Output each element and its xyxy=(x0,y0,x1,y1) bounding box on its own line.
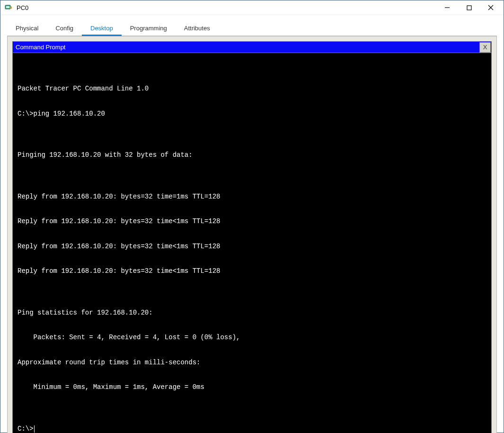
titlebar: PC0 xyxy=(0,0,504,15)
command-prompt-title: Command Prompt xyxy=(16,44,479,51)
maximize-button[interactable] xyxy=(458,0,480,15)
svg-rect-3 xyxy=(467,6,471,10)
tab-config[interactable]: Config xyxy=(47,22,82,36)
terminal-line: Packet Tracer PC Command Line 1.0 xyxy=(18,85,486,93)
terminal-prompt-line: C:\> xyxy=(18,425,486,433)
window-controls xyxy=(436,0,502,15)
tab-physical[interactable]: Physical xyxy=(7,22,47,36)
tab-attributes[interactable]: Attributes xyxy=(176,22,219,36)
terminal[interactable]: Packet Tracer PC Command Line 1.0 C:\>pi… xyxy=(12,53,492,433)
terminal-line: Minimum = 0ms, Maximum = 1ms, Average = … xyxy=(18,383,486,392)
terminal-line: Approximate round trip times in milli-se… xyxy=(18,359,486,367)
tab-desktop[interactable]: Desktop xyxy=(82,22,122,36)
terminal-line: C:\>ping 192.168.10.20 xyxy=(18,110,486,118)
terminal-line: Pinging 192.168.10.20 with 32 bytes of d… xyxy=(18,151,486,160)
terminal-line: Reply from 192.168.10.20: bytes=32 time<… xyxy=(18,243,486,251)
terminal-prompt: C:\> xyxy=(18,425,34,433)
command-prompt-close-button[interactable]: X xyxy=(479,42,491,53)
tab-programming[interactable]: Programming xyxy=(122,22,176,36)
command-prompt-titlebar: Command Prompt X xyxy=(12,41,492,53)
body-area: Physical Config Desktop Programming Attr… xyxy=(0,15,504,433)
tab-bar: Physical Config Desktop Programming Attr… xyxy=(7,22,497,36)
window-title: PC0 xyxy=(17,4,436,11)
terminal-line: Packets: Sent = 4, Received = 4, Lost = … xyxy=(18,334,486,342)
pc-icon xyxy=(4,3,13,12)
app-window: PC0 Physical Config Desktop Programming … xyxy=(0,0,504,433)
terminal-line: Reply from 192.168.10.20: bytes=32 time<… xyxy=(18,267,486,276)
terminal-line: Reply from 192.168.10.20: bytes=32 time=… xyxy=(18,193,486,201)
desktop-frame: Command Prompt X Packet Tracer PC Comman… xyxy=(7,36,497,433)
cursor-icon xyxy=(34,425,35,433)
terminal-line: Ping statistics for 192.168.10.20: xyxy=(18,309,486,317)
close-button[interactable] xyxy=(480,0,502,15)
svg-rect-1 xyxy=(6,6,9,8)
terminal-line: Reply from 192.168.10.20: bytes=32 time<… xyxy=(18,217,486,226)
minimize-button[interactable] xyxy=(436,0,458,15)
